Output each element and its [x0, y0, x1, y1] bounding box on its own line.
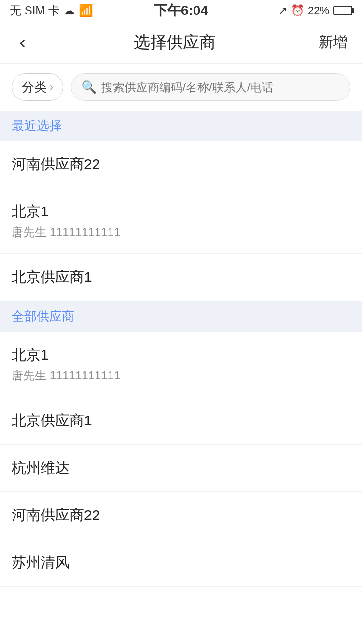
category-label: 分类	[22, 79, 47, 96]
list-item[interactable]: 杭州维达	[0, 445, 362, 492]
item-name: 北京供应商1	[12, 411, 350, 431]
back-button[interactable]: ‹	[14, 27, 30, 58]
chevron-right-icon: ›	[50, 81, 53, 94]
list-item[interactable]: 河南供应商22	[0, 141, 362, 188]
all-label: 全部供应商	[12, 309, 74, 323]
nav-bar: ‹ 选择供应商 新增	[0, 21, 362, 64]
status-time: 下午6:04	[154, 1, 208, 20]
search-input[interactable]	[101, 81, 340, 94]
item-name: 北京供应商1	[12, 267, 350, 287]
battery-percent: 22%	[308, 4, 329, 17]
item-name: 北京1	[12, 202, 350, 222]
all-section-header: 全部供应商	[0, 301, 362, 332]
list-item[interactable]: 北京供应商1	[0, 254, 362, 301]
recent-label: 最近选择	[12, 118, 62, 133]
item-sub: 唐先生 11111111111	[12, 368, 350, 383]
list-item[interactable]: 河南供应商22	[0, 492, 362, 539]
search-bar: 🔍	[71, 73, 350, 101]
wifi-icon: 📶	[79, 4, 93, 17]
page-title: 选择供应商	[134, 31, 216, 54]
item-name: 北京1	[12, 345, 350, 365]
item-name: 杭州维达	[12, 458, 350, 478]
list-item[interactable]: 苏州清风	[0, 539, 362, 587]
category-button[interactable]: 分类 ›	[12, 73, 63, 101]
status-bar: 无 SIM 卡 ☁ 📶 下午6:04 ↗ ⏰ 22%	[0, 0, 362, 21]
alarm-icon: ⏰	[291, 4, 304, 17]
item-name: 河南供应商22	[12, 505, 350, 525]
status-left: 无 SIM 卡 ☁ 📶	[10, 3, 93, 18]
recent-section-header: 最近选择	[0, 111, 362, 141]
location-icon: ↗	[278, 4, 287, 17]
filter-bar: 分类 › 🔍	[0, 64, 362, 111]
add-button[interactable]: 新增	[319, 32, 348, 52]
recent-list: 河南供应商22北京1唐先生 11111111111北京供应商1	[0, 141, 362, 301]
item-name: 苏州清风	[12, 553, 350, 573]
status-right: ↗ ⏰ 22%	[278, 4, 352, 17]
list-item[interactable]: 北京1唐先生 11111111111	[0, 188, 362, 254]
item-name: 河南供应商22	[12, 154, 350, 174]
search-icon: 🔍	[81, 80, 97, 95]
sim-status: 无 SIM 卡 ☁	[10, 3, 75, 18]
list-item[interactable]: 北京供应商1	[0, 397, 362, 445]
list-item[interactable]: 北京1唐先生 11111111111	[0, 332, 362, 397]
item-sub: 唐先生 11111111111	[12, 224, 350, 240]
battery-icon	[333, 6, 352, 15]
all-list: 北京1唐先生 11111111111北京供应商1杭州维达河南供应商22苏州清风	[0, 332, 362, 587]
